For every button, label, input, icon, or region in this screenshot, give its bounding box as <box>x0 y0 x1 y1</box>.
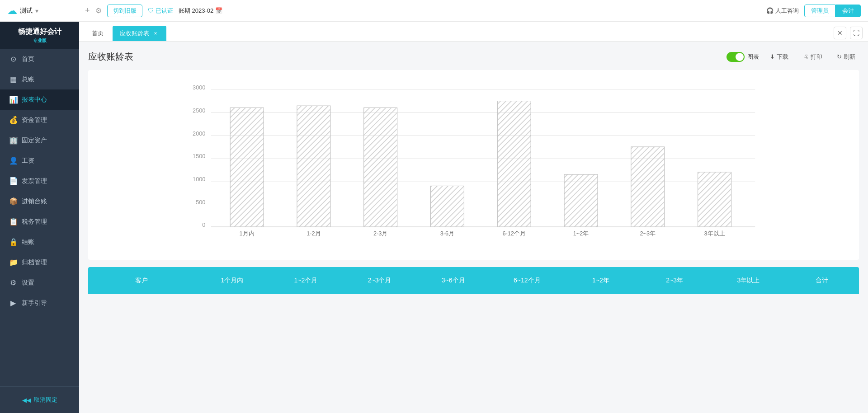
refresh-button[interactable]: ↻ 刷新 <box>833 51 859 63</box>
page-content: 应收账龄表 图表 ⬇ 下载 🖨 打印 ↻ <box>79 42 868 413</box>
chart-toggle-label: 图表 <box>747 53 759 61</box>
assets-icon: 🏢 <box>9 136 17 145</box>
sidebar-item-invoice[interactable]: 📄 发票管理 <box>0 171 79 191</box>
svg-text:2~3年: 2~3年 <box>640 230 656 237</box>
col-header-2-3y: 2~3年 <box>638 277 712 285</box>
print-icon: 🖨 <box>803 53 809 60</box>
chart-toggle[interactable] <box>726 52 745 62</box>
closing-icon: 🔒 <box>9 238 17 246</box>
ledger-icon: ▦ <box>9 75 17 84</box>
archive-icon: 📁 <box>9 258 17 267</box>
svg-rect-19 <box>364 108 397 227</box>
guide-icon: ▶ <box>9 299 17 307</box>
headset-icon: 🎧 <box>766 7 774 14</box>
svg-text:3年以上: 3年以上 <box>704 230 725 237</box>
report-actions: 图表 ⬇ 下载 🖨 打印 ↻ 刷新 <box>726 51 859 63</box>
sidebar-item-purchase[interactable]: 📦 进销台账 <box>0 191 79 211</box>
print-button[interactable]: 🖨 打印 <box>799 51 826 63</box>
pin-icon: ◀◀ <box>22 397 31 404</box>
chart-toggle-wrap: 图表 <box>726 52 759 62</box>
col-header-1-2m: 1~2个月 <box>269 277 343 285</box>
funds-icon: 💰 <box>9 116 17 124</box>
page-title: 应收账龄表 <box>88 51 133 63</box>
download-button[interactable]: ⬇ 下载 <box>766 51 792 63</box>
sidebar-item-guide[interactable]: ▶ 新手引导 <box>0 293 79 313</box>
svg-text:500: 500 <box>196 199 205 206</box>
download-icon: ⬇ <box>770 53 775 60</box>
tab-receivables-aging[interactable]: 应收账龄表 × <box>113 26 166 41</box>
svg-rect-29 <box>698 172 731 227</box>
expand-window-button[interactable]: ⛶ <box>850 27 863 39</box>
sidebar-item-settings[interactable]: ⚙ 设置 <box>0 272 79 293</box>
col-header-customer: 客户 <box>88 277 195 285</box>
sidebar-logo: 畅捷通好会计 专业版 <box>0 22 79 49</box>
tax-icon: 📋 <box>9 217 17 226</box>
col-header-1m: 1个月内 <box>195 277 269 285</box>
sidebar-item-reports[interactable]: 📊 报表中心 <box>0 89 79 110</box>
svg-text:2000: 2000 <box>193 131 205 137</box>
sidebar-item-archive[interactable]: 📁 归档管理 <box>0 252 79 272</box>
sidebar-item-funds[interactable]: 💰 资金管理 <box>0 110 79 130</box>
svg-text:1~2年: 1~2年 <box>573 230 589 237</box>
col-header-total: 合计 <box>785 277 859 285</box>
bar-chart: 0 500 1000 1500 2000 2500 3000 <box>97 79 850 251</box>
sidebar-item-assets[interactable]: 🏢 固定资产 <box>0 130 79 150</box>
svg-text:0: 0 <box>202 222 205 228</box>
close-window-button[interactable]: ✕ <box>834 27 846 39</box>
user-role-selector: 管理员 会计 <box>804 5 861 17</box>
company-selector[interactable]: ☁ 测试 ▾ <box>7 5 80 17</box>
svg-rect-21 <box>431 186 464 227</box>
svg-rect-25 <box>564 174 598 227</box>
dropdown-icon: ▾ <box>35 7 38 14</box>
chart-area: 0 500 1000 1500 2000 2500 3000 <box>88 70 859 260</box>
shield-icon: 🛡 <box>148 7 154 14</box>
svg-text:6-12个月: 6-12个月 <box>503 230 526 237</box>
period-display: 账期 2023-02 📅 <box>179 7 223 15</box>
sidebar-item-payroll[interactable]: 👤 工资 <box>0 150 79 171</box>
svg-text:1月内: 1月内 <box>240 230 255 237</box>
svg-text:2500: 2500 <box>193 108 205 114</box>
settings-sidebar-icon: ⚙ <box>9 278 17 287</box>
consult-button[interactable]: 🎧 人工咨询 <box>766 7 799 15</box>
svg-text:3-6月: 3-6月 <box>440 230 454 237</box>
svg-rect-15 <box>230 108 264 227</box>
invoice-icon: 📄 <box>9 177 17 185</box>
svg-rect-27 <box>631 147 665 227</box>
svg-text:2-3月: 2-3月 <box>373 230 387 237</box>
certified-badge: 🛡 已认证 <box>148 7 173 15</box>
svg-text:3000: 3000 <box>193 84 205 91</box>
home-icon: ⊙ <box>9 55 17 63</box>
svg-text:1-2月: 1-2月 <box>307 230 321 237</box>
sidebar-item-ledger[interactable]: ▦ 总账 <box>0 69 79 89</box>
refresh-icon: ↻ <box>837 53 842 60</box>
purchase-icon: 📦 <box>9 197 17 206</box>
sidebar-item-home[interactable]: ⊙ 首页 <box>0 49 79 69</box>
tab-home[interactable]: 首页 <box>85 26 111 41</box>
manager-button[interactable]: 管理员 <box>804 5 835 17</box>
add-company-icon[interactable]: + <box>85 6 90 15</box>
reports-icon: 📊 <box>9 95 17 104</box>
sidebar: 畅捷通好会计 专业版 ⊙ 首页 ▦ 总账 📊 报表中心 💰 资金管理 🏢 <box>0 22 79 413</box>
switch-version-button[interactable]: 切到旧版 <box>107 5 142 17</box>
tab-close-button[interactable]: × <box>152 30 159 37</box>
payroll-icon: 👤 <box>9 156 17 165</box>
report-header: 应收账龄表 图表 ⬇ 下载 🖨 打印 ↻ <box>88 51 859 63</box>
svg-text:1500: 1500 <box>193 153 205 160</box>
svg-rect-23 <box>497 101 531 227</box>
sidebar-item-tax[interactable]: 📋 税务管理 <box>0 211 79 232</box>
svg-text:1000: 1000 <box>193 176 205 183</box>
svg-rect-17 <box>297 106 330 227</box>
company-name: 测试 <box>20 7 33 15</box>
unpin-button[interactable]: ◀◀ 取消固定 <box>0 391 79 408</box>
settings-icon[interactable]: ⚙ <box>95 6 102 15</box>
col-header-2-3m: 2~3个月 <box>343 277 416 285</box>
accountant-button[interactable]: 会计 <box>835 5 861 17</box>
col-header-3-6m: 3~6个月 <box>416 277 490 285</box>
table-header: 客户 1个月内 1~2个月 2~3个月 3~6个月 6~12个月 1~2年 2~… <box>88 267 859 294</box>
calendar-icon[interactable]: 📅 <box>215 7 222 14</box>
col-header-6-12m: 6~12个月 <box>490 277 564 285</box>
col-header-1-2y: 1~2年 <box>564 277 637 285</box>
tabs-bar: 首页 应收账龄表 × ✕ ⛶ <box>79 22 868 42</box>
col-header-3y-plus: 3年以上 <box>712 277 785 285</box>
sidebar-item-closing[interactable]: 🔒 结账 <box>0 232 79 252</box>
